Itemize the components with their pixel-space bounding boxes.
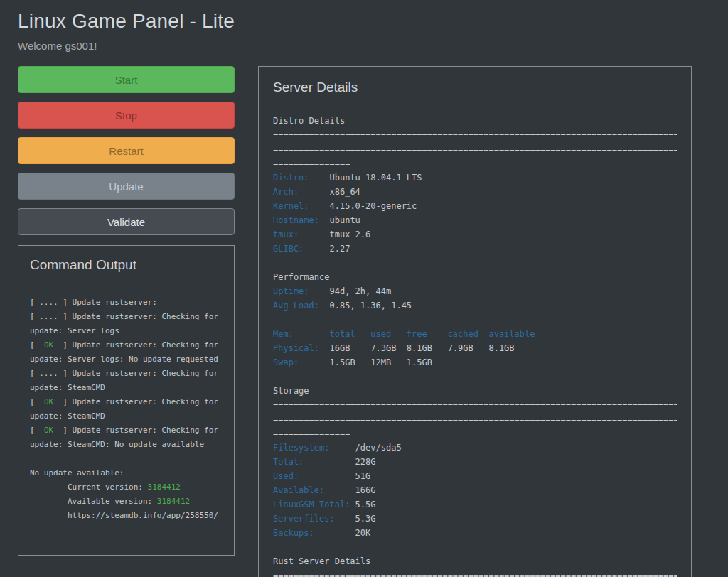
detail-line: tmux: tmux 2.6	[273, 227, 677, 242]
separator-line: ========================================…	[273, 128, 677, 142]
log-line: [ OK ] Update rustserver: Checking for u…	[30, 424, 223, 452]
detail-line: Arch: x86_64	[273, 185, 677, 199]
restart-button[interactable]: Restart	[18, 137, 235, 164]
left-column: StartStopRestartUpdateValidate Command O…	[18, 66, 235, 556]
log-line: [ .... ] Update rustserver: Checking for…	[30, 310, 223, 338]
detail-line: Distro Details	[273, 114, 677, 128]
separator-line: ===============	[273, 426, 677, 441]
validate-button[interactable]: Validate	[18, 208, 235, 235]
detail-line: Avg Load: 0.85, 1.36, 1.45	[273, 298, 677, 313]
detail-line	[273, 313, 677, 327]
detail-line: Serverfiles: 5.3G	[273, 512, 677, 526]
separator-line: ========================================…	[273, 142, 677, 156]
update-button[interactable]: Update	[18, 173, 235, 200]
action-buttons: StartStopRestartUpdateValidate	[18, 66, 235, 235]
detail-line	[273, 540, 677, 554]
content: StartStopRestartUpdateValidate Command O…	[18, 66, 710, 577]
log-line: [ OK ] Update rustserver: Checking for u…	[30, 338, 223, 367]
log-line: Available version: 3184412	[30, 495, 223, 509]
command-output-title: Command Output	[30, 257, 223, 273]
detail-line: Used: 51G	[273, 469, 677, 483]
detail-line: Physical: 16GB 7.3GB 8.1GB 7.9GB 8.1GB	[273, 341, 677, 355]
page: Linux Game Panel - Lite Welcome gs001! S…	[0, 0, 728, 577]
detail-line: Mem: total used free cached available	[273, 327, 677, 341]
log-line: [ OK ] Update rustserver: Checking for u…	[30, 395, 223, 424]
detail-line: Rust Server Details	[273, 554, 677, 568]
detail-line: Storage	[273, 384, 677, 398]
detail-line	[273, 256, 677, 270]
separator-line: ========================================…	[273, 412, 677, 426]
detail-line: LinuxGSM Total: 5.5G	[273, 497, 677, 512]
detail-line: GLIBC: 2.27	[273, 242, 677, 256]
separator-line: ========================================…	[273, 568, 677, 577]
command-output-panel: Command Output [ .... ] Update rustserve…	[18, 245, 235, 556]
server-details-title: Server Details	[273, 80, 677, 95]
page-title: Linux Game Panel - Lite	[18, 10, 710, 33]
log-line	[30, 452, 223, 466]
detail-line: Backups: 20K	[273, 526, 677, 540]
detail-line: Distro: Ubuntu 18.04.1 LTS	[273, 171, 677, 185]
detail-line: Total: 228G	[273, 455, 677, 469]
stop-button[interactable]: Stop	[18, 102, 235, 129]
detail-line	[273, 370, 677, 384]
welcome-message: Welcome gs001!	[18, 40, 710, 52]
detail-line: Swap: 1.5GB 12MB 1.5GB	[273, 355, 677, 370]
log-line: Current version: 3184412	[30, 480, 223, 495]
log-line: [ .... ] Update rustserver: Checking for…	[30, 367, 223, 395]
detail-line: Performance	[273, 270, 677, 284]
server-details-content: Distro Details==========================…	[273, 114, 677, 577]
separator-line: ========================================…	[273, 398, 677, 412]
log-line: https://steamdb.info/app/258550/	[30, 509, 223, 523]
log-line: [ .... ] Update rustserver:	[30, 296, 223, 310]
detail-line: Uptime: 94d, 2h, 44m	[273, 284, 677, 298]
detail-line: Available: 166G	[273, 483, 677, 497]
detail-line: Filesystem: /dev/sda5	[273, 441, 677, 455]
command-output-log: [ .... ] Update rustserver:[ .... ] Upda…	[30, 296, 223, 523]
separator-line: ===============	[273, 156, 677, 171]
detail-line: Hostname: ubuntu	[273, 213, 677, 227]
start-button[interactable]: Start	[18, 66, 235, 93]
server-details-panel: Server Details Distro Details===========…	[258, 66, 692, 577]
detail-line: Kernel: 4.15.0-20-generic	[273, 199, 677, 213]
log-line: No update available:	[30, 466, 223, 480]
